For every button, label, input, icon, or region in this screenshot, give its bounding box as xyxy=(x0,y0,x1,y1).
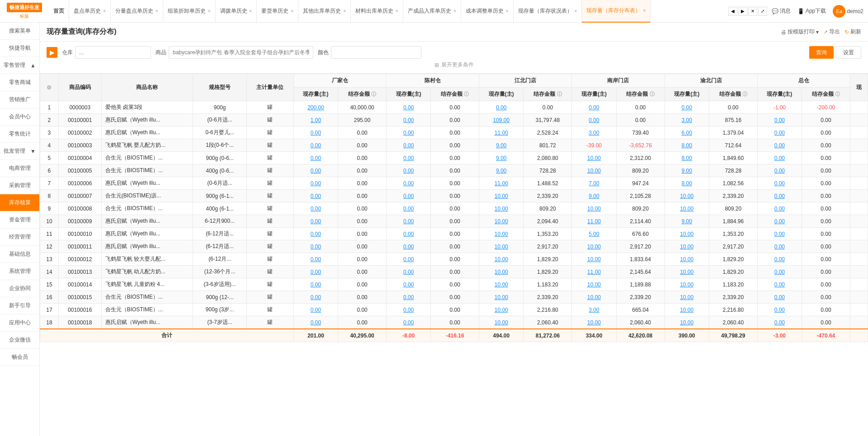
tab-transfer[interactable]: 调拨单历史 × xyxy=(216,0,257,23)
cell-l-stock[interactable]: 0.00 xyxy=(387,253,431,266)
cell-l-stock[interactable]: 0.00 xyxy=(387,127,431,139)
tab-inventory[interactable]: 盘点单历史 × xyxy=(69,0,111,23)
cell-t-stock[interactable]: 0.00 xyxy=(757,304,802,316)
cell-t-stock[interactable]: 0.00 xyxy=(757,240,802,253)
cell-na-stock[interactable]: 3.00 xyxy=(572,304,616,316)
tab-cost-adj[interactable]: 成本调整单历史 × xyxy=(461,0,514,23)
cell-yb-stock[interactable]: 10.00 xyxy=(665,278,709,291)
close-icon[interactable]: × xyxy=(208,9,211,14)
sidebar-item-ecommerce[interactable]: 电商管理 xyxy=(0,160,39,177)
expand-btn[interactable]: ▶ xyxy=(47,47,57,58)
tab-stock-dist[interactable]: 现存量（库存分布表） × xyxy=(582,0,651,23)
cell-t-stock[interactable]: 0.00 xyxy=(757,316,802,329)
cell-t-stock[interactable]: 0.00 xyxy=(757,127,802,139)
cell-na-stock[interactable]: 10.00 xyxy=(572,202,616,215)
tab-expand-btn[interactable]: ⤢ xyxy=(758,7,767,16)
cell-f-stock[interactable]: 0.00 xyxy=(293,127,338,139)
tab-order[interactable]: 要货单历史 × xyxy=(257,0,298,23)
cell-f-stock[interactable]: 0.00 xyxy=(293,152,338,164)
query-btn[interactable]: 查询 xyxy=(809,46,834,59)
sidebar-item-search[interactable]: 搜索英单 xyxy=(0,23,39,40)
cell-f-stock[interactable]: 0.00 xyxy=(293,266,338,278)
cell-jb-stock[interactable]: 11.00 xyxy=(479,127,524,139)
export-btn[interactable]: ↗ 导出 xyxy=(823,28,840,36)
cell-yb-stock[interactable]: 3.00 xyxy=(665,114,709,127)
cell-yb-stock[interactable]: 10.00 xyxy=(665,266,709,278)
cell-f-stock[interactable]: 0.00 xyxy=(293,139,338,152)
cell-jb-stock[interactable]: 10.00 xyxy=(479,266,524,278)
cell-l-stock[interactable]: 0.00 xyxy=(387,316,431,329)
cell-l-stock[interactable]: 0.00 xyxy=(387,101,431,114)
cell-jb-stock[interactable]: 10.00 xyxy=(479,316,524,329)
close-icon[interactable]: × xyxy=(396,9,398,14)
cell-jb-stock[interactable]: 10.00 xyxy=(479,253,524,266)
cell-yb-stock[interactable]: 0.00 xyxy=(665,101,709,114)
cell-l-stock[interactable]: 0.00 xyxy=(387,291,431,304)
cell-t-stock[interactable]: 0.00 xyxy=(757,190,802,202)
cell-yb-stock[interactable]: 10.00 xyxy=(665,316,709,329)
cell-t-stock[interactable]: 0.00 xyxy=(757,253,802,266)
cell-na-stock[interactable]: 10.00 xyxy=(572,152,616,164)
cell-f-stock[interactable]: 0.00 xyxy=(293,228,338,240)
cell-na-stock[interactable]: 5.00 xyxy=(572,228,616,240)
cell-l-stock[interactable]: 0.00 xyxy=(387,266,431,278)
cell-f-stock[interactable]: 0.00 xyxy=(293,253,338,266)
sidebar-item-marketing[interactable]: 营销推广 xyxy=(0,91,39,108)
cell-f-stock[interactable]: 0.00 xyxy=(293,240,338,253)
tab-assembly[interactable]: 组装折卸单历史 × xyxy=(163,0,216,23)
cell-l-stock[interactable]: 0.00 xyxy=(387,177,431,190)
cell-na-stock[interactable]: 7.00 xyxy=(572,177,616,190)
cell-f-stock[interactable]: 0.00 xyxy=(293,190,338,202)
cell-t-stock[interactable]: 0.00 xyxy=(757,114,802,127)
cell-l-stock[interactable]: 0.00 xyxy=(387,139,431,152)
cell-jb-stock[interactable]: 0.00 xyxy=(479,101,524,114)
cell-jb-stock[interactable]: 9.00 xyxy=(479,152,524,164)
cell-l-stock[interactable]: 0.00 xyxy=(387,114,431,127)
cell-t-stock[interactable]: 0.00 xyxy=(757,266,802,278)
cell-yb-stock[interactable]: 8.00 xyxy=(665,139,709,152)
goods-input[interactable] xyxy=(169,46,313,59)
cell-t-stock[interactable]: -1.00 xyxy=(757,101,802,114)
cell-jb-stock[interactable]: 10.00 xyxy=(479,202,524,215)
sidebar-item-apps[interactable]: 应用中心 xyxy=(0,314,39,332)
close-icon[interactable]: × xyxy=(575,9,577,14)
cell-na-stock[interactable]: 0.00 xyxy=(572,101,616,114)
cell-jb-stock[interactable]: 10.00 xyxy=(479,240,524,253)
sidebar-item-purchase[interactable]: 采购管理 xyxy=(0,177,39,194)
messages-btn[interactable]: 💬 消息 xyxy=(772,7,791,15)
sidebar-item-retail-mall[interactable]: 零售商城 xyxy=(0,74,39,91)
cell-na-stock[interactable]: 11.00 xyxy=(572,215,616,228)
cell-jb-stock[interactable]: 9.00 xyxy=(479,164,524,177)
close-icon[interactable]: × xyxy=(291,9,293,14)
cell-l-stock[interactable]: 0.00 xyxy=(387,152,431,164)
cell-f-stock[interactable]: 0.00 xyxy=(293,304,338,316)
cell-l-stock[interactable]: 0.00 xyxy=(387,278,431,291)
cell-f-stock[interactable]: 200.00 xyxy=(293,101,338,114)
tab-material[interactable]: 材料出库单历史 × xyxy=(351,0,403,23)
cell-t-stock[interactable]: 0.00 xyxy=(757,215,802,228)
tab-stock-status[interactable]: 现存量（库存状况表） × xyxy=(514,0,582,23)
expand-conditions-btn[interactable]: ⊞ 展开更多条件 xyxy=(47,61,861,69)
cell-jb-stock[interactable]: 10.00 xyxy=(479,190,524,202)
cell-t-stock[interactable]: 0.00 xyxy=(757,164,802,177)
cell-na-stock[interactable]: 10.00 xyxy=(572,240,616,253)
cell-t-stock[interactable]: 0.00 xyxy=(757,278,802,291)
cell-jb-stock[interactable]: 10.00 xyxy=(479,304,524,316)
cell-l-stock[interactable]: 0.00 xyxy=(387,202,431,215)
cell-l-stock[interactable]: 0.00 xyxy=(387,304,431,316)
sidebar-item-guide[interactable]: 新手引导 xyxy=(0,297,39,314)
close-icon[interactable]: × xyxy=(506,9,509,14)
cell-jb-stock[interactable]: 11.00 xyxy=(479,177,524,190)
cell-t-stock[interactable]: 0.00 xyxy=(757,152,802,164)
cell-na-stock[interactable]: 9.00 xyxy=(572,190,616,202)
sidebar-item-basic[interactable]: 基础信息 xyxy=(0,246,39,263)
cell-yb-stock[interactable]: 6.00 xyxy=(665,127,709,139)
cell-f-stock[interactable]: 0.00 xyxy=(293,177,338,190)
cell-yb-stock[interactable]: 8.00 xyxy=(665,177,709,190)
tab-home[interactable]: 首页 xyxy=(49,0,69,23)
cell-yb-stock[interactable]: 10.00 xyxy=(665,240,709,253)
sidebar-item-finance[interactable]: 资金管理 xyxy=(0,211,39,229)
settings-btn[interactable]: 设置 xyxy=(836,46,861,59)
sidebar-item-wholesale[interactable]: 批发管理 ▼ xyxy=(0,143,39,160)
close-icon[interactable]: × xyxy=(250,9,252,14)
